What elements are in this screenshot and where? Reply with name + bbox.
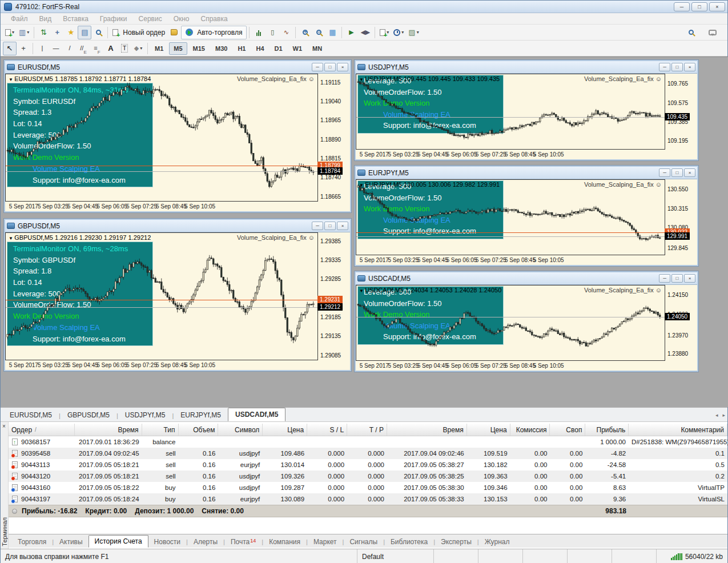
terminal-tab-История Счета[interactable]: История Счета xyxy=(89,535,148,548)
chart-minimize-button[interactable]: ─ xyxy=(659,168,670,177)
chart-shift-button[interactable]: ◀▶ xyxy=(358,26,372,39)
timeframe-button-M5[interactable]: M5 xyxy=(169,42,187,55)
menu-item-Вид[interactable]: Вид xyxy=(34,14,58,24)
terminal-close-icon[interactable]: × xyxy=(2,423,6,429)
column-header-sl[interactable]: S / L xyxy=(307,424,347,436)
history-row[interactable]: 904431132017.09.05 05:18:21sell0.16eurjp… xyxy=(9,459,727,470)
terminal-tab-Журнал[interactable]: Журнал xyxy=(479,536,516,548)
chart-minimize-button[interactable]: ─ xyxy=(312,222,323,230)
search-button[interactable] xyxy=(684,26,698,39)
column-header-commission[interactable]: Комиссия xyxy=(510,424,550,436)
timeframe-button-H4[interactable]: H4 xyxy=(251,42,268,55)
timeframe-button-W1[interactable]: W1 xyxy=(288,42,307,55)
chat-button[interactable] xyxy=(706,26,719,39)
chart-tab-GBPUSDf,M5[interactable]: GBPUSDf,M5 xyxy=(61,409,116,421)
navigator-button[interactable]: ★ xyxy=(64,26,78,39)
zoom-in-button[interactable]: + xyxy=(298,26,312,39)
history-row[interactable]: 904431602017.09.05 05:18:22buy0.16usdjpy… xyxy=(9,482,727,493)
history-row[interactable]: 903681572017.09.01 18:36:29balance1 000.… xyxy=(9,436,727,448)
window-minimize-button[interactable]: ─ xyxy=(674,2,690,11)
periods-button[interactable]: ▾ xyxy=(391,26,406,39)
chart-plot-area[interactable]: Leverage: 500VolumeOrderFlow: 1.50Work D… xyxy=(356,179,665,255)
timeframe-button-M1[interactable]: M1 xyxy=(150,42,168,55)
terminal-button[interactable]: ▤ xyxy=(78,26,91,39)
chart-minimize-button[interactable]: ─ xyxy=(659,63,670,71)
column-header-tp[interactable]: T / P xyxy=(347,424,387,436)
chart-restore-button[interactable]: □ xyxy=(671,63,683,71)
chart-restore-button[interactable]: □ xyxy=(324,222,336,230)
data-window-button[interactable]: + xyxy=(50,26,64,39)
window-restore-button[interactable]: □ xyxy=(691,2,707,11)
terminal-tab-Почта[interactable]: Почта14 xyxy=(225,536,262,548)
history-row[interactable]: 904431972017.09.05 05:18:24buy0.16eurjpy… xyxy=(9,493,727,505)
line-chart-button[interactable]: ∿ xyxy=(279,26,293,39)
text-label-button[interactable]: T xyxy=(118,42,131,55)
window-close-button[interactable]: × xyxy=(709,2,725,11)
terminal-tab-Новости[interactable]: Новости xyxy=(148,536,186,548)
strategy-tester-button[interactable] xyxy=(91,26,105,39)
chart-window-titlebar[interactable]: USDCADf,M5─□× xyxy=(356,272,697,285)
column-header-time[interactable]: Время xyxy=(75,424,142,436)
chart-close-button[interactable]: × xyxy=(684,274,695,283)
templates-button[interactable]: ▨▾ xyxy=(406,26,421,39)
chart-tab-EURJPYf,M5[interactable]: EURJPYf,M5 xyxy=(174,409,228,421)
history-row[interactable]: 904431202017.09.05 05:18:21sell0.16usdjp… xyxy=(9,470,727,482)
chart-minimize-button[interactable]: ─ xyxy=(659,274,670,283)
timeframe-button-D1[interactable]: D1 xyxy=(270,42,287,55)
menu-item-Вставка[interactable]: Вставка xyxy=(57,14,94,24)
chart-close-button[interactable]: × xyxy=(684,63,695,71)
chart-plot-area[interactable]: Leverage: 500VolumeOrderFlow: 1.50Work D… xyxy=(356,285,665,361)
fibonacci-button[interactable]: ≡F xyxy=(90,42,104,55)
timeframe-button-M30[interactable]: M30 xyxy=(211,42,232,55)
chart-window-titlebar[interactable]: USDJPYf,M5─□× xyxy=(356,61,697,74)
terminal-tab-Маркет[interactable]: Маркет xyxy=(308,536,343,548)
chart-window-titlebar[interactable]: EURUSDf,M5─□× xyxy=(5,61,350,74)
market-watch-button[interactable]: ⇅ xyxy=(37,26,50,39)
column-header-price2[interactable]: Цена xyxy=(467,424,510,436)
autotrade-button[interactable]: Авто-торговля xyxy=(181,26,247,39)
chart-tabs-scroll-left[interactable]: ◂ xyxy=(715,412,718,418)
column-header-profit[interactable]: Прибыль xyxy=(585,424,629,436)
timeframe-button-MN[interactable]: MN xyxy=(308,42,327,55)
chart-tabs-scroll-right[interactable]: ▸ xyxy=(722,412,725,418)
chart-plot-area[interactable]: TerminalMonitor ON, 69ms, ~28msSymbol: G… xyxy=(5,232,318,360)
zoom-out-button[interactable]: − xyxy=(312,26,325,39)
chart-tab-USDCADf,M5[interactable]: USDCADf,M5 xyxy=(228,408,285,421)
chart-minimize-button[interactable]: ─ xyxy=(312,63,323,71)
terminal-tab-Библиотека[interactable]: Библиотека xyxy=(385,536,433,548)
terminal-tab-Компания[interactable]: Компания xyxy=(263,536,306,548)
auto-scroll-button[interactable]: ▶ xyxy=(344,26,358,39)
chart-close-button[interactable]: × xyxy=(684,168,695,177)
history-table-header[interactable]: Ордер/ВремяТипОбъемСимволЦенаS / LT / PВ… xyxy=(9,424,727,436)
tile-windows-button[interactable]: ▦ xyxy=(325,26,339,39)
timeframe-button-H1[interactable]: H1 xyxy=(233,42,250,55)
status-profile[interactable]: Default xyxy=(357,549,433,563)
menu-item-Окно[interactable]: Окно xyxy=(168,14,195,24)
chart-restore-button[interactable]: □ xyxy=(671,274,683,283)
chart-window-titlebar[interactable]: EURJPYf,M5─□× xyxy=(356,167,697,179)
new-chart-button[interactable]: ▾ xyxy=(3,26,17,39)
column-header-order[interactable]: Ордер/ xyxy=(9,424,75,436)
trendline-button[interactable]: / xyxy=(63,42,77,55)
column-header-type[interactable]: Тип xyxy=(142,424,179,436)
vertical-line-button[interactable]: | xyxy=(35,42,49,55)
column-header-swap[interactable]: Своп xyxy=(550,424,585,436)
terminal-tab-Алерты[interactable]: Алерты xyxy=(188,536,223,548)
candlestick-chart-button[interactable]: ▯ xyxy=(266,26,279,39)
profiles-button[interactable]: ▥▾ xyxy=(17,26,31,39)
column-header-comment[interactable]: Комментарий xyxy=(629,424,727,436)
indicators-button[interactable]: ▾ xyxy=(377,26,391,39)
terminal-tab-Сигналы[interactable]: Сигналы xyxy=(344,536,383,548)
chart-plot-area[interactable]: TerminalMonitor ON, 84ms, ~31msSymbol: E… xyxy=(5,74,318,202)
metaeditor-button[interactable] xyxy=(167,26,181,39)
text-button[interactable]: A xyxy=(104,42,118,55)
chart-close-button[interactable]: × xyxy=(337,63,348,71)
new-order-button[interactable]: Новый ордер xyxy=(110,26,167,39)
crosshair-button[interactable]: + xyxy=(17,42,30,55)
column-header-price[interactable]: Цена xyxy=(263,424,307,436)
menu-item-Файл[interactable]: Файл xyxy=(5,14,34,24)
chart-window-titlebar[interactable]: GBPUSDf,M5─□× xyxy=(5,220,350,232)
equidistant-channel-button[interactable]: //E xyxy=(77,42,90,55)
menu-item-Сервис[interactable]: Сервис xyxy=(133,14,168,24)
chart-tab-EURUSDf,M5[interactable]: EURUSDf,M5 xyxy=(3,409,59,421)
